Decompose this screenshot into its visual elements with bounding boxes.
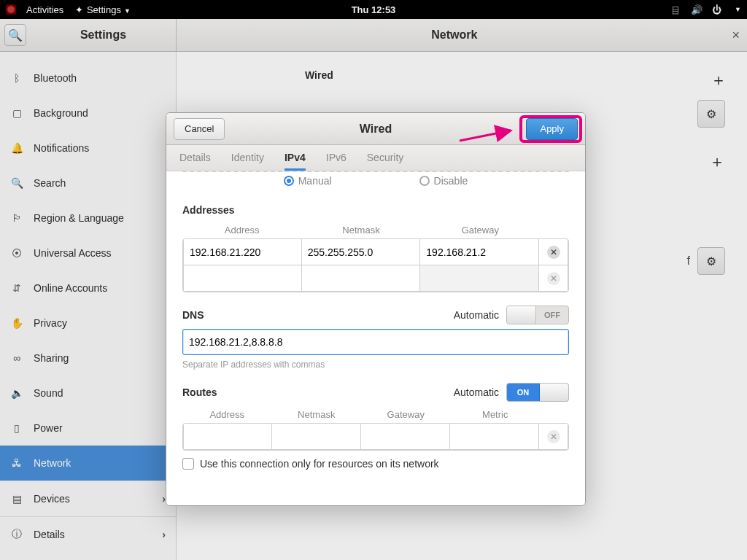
sidebar-item-label: Sound xyxy=(34,387,63,399)
system-menu-chevron-icon[interactable]: ▼ xyxy=(735,6,741,13)
routes-label: Routes xyxy=(182,386,217,398)
app-menu[interactable]: ✦ Settings▼ xyxy=(74,4,131,15)
gnome-topbar: Activities ✦ Settings▼ Thu 12:53 ⌸ 🔊 ⏻ ▼ xyxy=(0,0,747,19)
ipv4-method-disable-radio[interactable]: Disable xyxy=(419,175,468,187)
sidebar-item-sharing[interactable]: ∞Sharing xyxy=(0,341,176,376)
clock[interactable]: Thu 12:53 xyxy=(352,4,396,15)
vpn-off-text: f xyxy=(687,254,690,268)
addresses-table: ✕ ✕ xyxy=(182,238,569,292)
details-icon: ⓘ xyxy=(10,528,23,541)
accessibility-icon: ⦿ xyxy=(10,247,23,259)
routes-automatic-label: Automatic xyxy=(454,386,499,398)
route-address-input[interactable] xyxy=(184,424,271,449)
wired-settings-gear-button[interactable]: ⚙ xyxy=(697,100,725,128)
cloud-icon: ⇵ xyxy=(10,282,23,294)
add-wired-button[interactable]: ＋ xyxy=(711,69,727,91)
dialog-tabs: Details Identity IPv4 IPv6 Security xyxy=(166,145,585,171)
sidebar-item-devices[interactable]: ▤Devices› xyxy=(0,481,176,516)
tab-identity[interactable]: Identity xyxy=(231,144,264,171)
netmask-input-empty[interactable] xyxy=(302,265,420,291)
sidebar-item-search[interactable]: 🔍Search xyxy=(0,166,176,201)
devices-icon: ▤ xyxy=(10,493,23,505)
tab-details[interactable]: Details xyxy=(179,144,211,171)
add-connection-button[interactable]: ＋ xyxy=(709,152,725,171)
sidebar-item-label: Universal Access xyxy=(34,247,112,259)
netmask-input[interactable] xyxy=(302,239,420,265)
svg-line-0 xyxy=(460,131,511,141)
addresses-label: Addresses xyxy=(182,204,569,216)
route-netmask-input[interactable] xyxy=(272,424,360,449)
column-header: Gateway xyxy=(361,409,451,420)
sidebar-item-label: Background xyxy=(34,107,88,119)
gateway-input-empty xyxy=(420,265,538,291)
sidebar-item-notifications[interactable]: 🔔Notifications xyxy=(0,131,176,166)
sidebar-item-details[interactable]: ⓘDetails› xyxy=(0,517,176,552)
checkbox-label: Use this connection only for resources o… xyxy=(200,458,439,470)
ipv4-method-manual-radio[interactable]: Manual xyxy=(284,175,332,187)
hand-icon: ✋ xyxy=(10,317,23,329)
settings-sidebar: ᛒBluetooth ▢Background 🔔Notifications 🔍S… xyxy=(0,52,177,560)
distro-logo-icon xyxy=(6,4,16,15)
column-header: Address xyxy=(182,409,272,420)
sidebar-item-label: Sharing xyxy=(34,352,69,364)
wired-section-title: Wired xyxy=(305,69,333,81)
only-resources-checkbox[interactable]: Use this connection only for resources o… xyxy=(182,458,569,470)
search-button[interactable]: 🔍 xyxy=(4,24,26,46)
sidebar-item-bluetooth[interactable]: ᛒBluetooth xyxy=(0,61,176,96)
tab-ipv4[interactable]: IPv4 xyxy=(285,144,306,171)
wrench-icon: ✦ xyxy=(74,4,84,15)
route-metric-input[interactable] xyxy=(450,424,538,449)
dns-label: DNS xyxy=(182,309,204,321)
dns-automatic-label: Automatic xyxy=(454,309,499,321)
address-input[interactable] xyxy=(184,239,301,265)
sidebar-item-region[interactable]: 🏳Region & Language xyxy=(0,201,176,236)
sidebar-item-label: Bluetooth xyxy=(34,72,77,84)
sidebar-item-sound[interactable]: 🔈Sound xyxy=(0,376,176,411)
route-gateway-input[interactable] xyxy=(361,424,449,449)
sidebar-item-label: Network xyxy=(34,457,71,469)
remove-icon: ✕ xyxy=(547,272,560,285)
remove-address-button[interactable]: ✕ xyxy=(539,239,568,265)
dns-automatic-switch[interactable]: OFF xyxy=(506,306,569,324)
address-input-empty[interactable] xyxy=(184,265,301,291)
sidebar-item-label: Search xyxy=(34,177,66,189)
volume-icon[interactable]: 🔊 xyxy=(691,4,701,15)
annotation-arrow xyxy=(460,128,515,142)
cancel-button[interactable]: Cancel xyxy=(174,118,225,140)
sidebar-item-label: Devices xyxy=(34,493,70,505)
sidebar-item-network[interactable]: 🖧Network xyxy=(0,446,176,481)
share-icon: ∞ xyxy=(10,352,23,364)
left-pane-title: Settings xyxy=(31,28,176,42)
vpn-settings-gear-button[interactable]: ⚙ xyxy=(697,247,725,275)
remove-route-button[interactable]: ✕ xyxy=(539,424,568,450)
dialog-title: Wired xyxy=(360,122,392,136)
sidebar-item-power[interactable]: ▯Power xyxy=(0,411,176,446)
window-close-button[interactable]: × xyxy=(732,28,740,43)
activities-button[interactable]: Activities xyxy=(26,4,63,15)
sidebar-item-label: Region & Language xyxy=(34,212,124,224)
globe-icon: 🏳 xyxy=(10,212,23,224)
speaker-icon: 🔈 xyxy=(10,387,23,399)
wired-connection-dialog: Cancel Wired Apply Details Identity IPv4… xyxy=(166,112,586,506)
gear-icon: ⚙ xyxy=(706,254,716,268)
close-icon: × xyxy=(732,28,740,42)
sidebar-item-online-accounts[interactable]: ⇵Online Accounts xyxy=(0,271,176,306)
routes-table: ✕ xyxy=(182,423,569,451)
tab-security[interactable]: Security xyxy=(367,144,404,171)
gateway-input[interactable] xyxy=(420,239,538,265)
sidebar-item-universal-access[interactable]: ⦿Universal Access xyxy=(0,236,176,271)
dns-servers-input[interactable] xyxy=(182,329,569,355)
sidebar-item-background[interactable]: ▢Background xyxy=(0,96,176,131)
remove-icon: ✕ xyxy=(547,430,560,443)
network-status-icon[interactable]: ⌸ xyxy=(670,4,681,15)
remove-address-button[interactable]: ✕ xyxy=(539,265,568,292)
routes-automatic-switch[interactable]: ON xyxy=(506,383,569,402)
radio-label: Disable xyxy=(434,175,468,187)
column-header: Netmask xyxy=(301,225,420,236)
sidebar-item-privacy[interactable]: ✋Privacy xyxy=(0,306,176,341)
switch-label: ON xyxy=(507,388,539,397)
sidebar-item-label: Details xyxy=(34,529,65,540)
tab-ipv6[interactable]: IPv6 xyxy=(326,144,347,171)
power-icon[interactable]: ⏻ xyxy=(711,4,721,15)
search-icon: 🔍 xyxy=(10,177,23,189)
